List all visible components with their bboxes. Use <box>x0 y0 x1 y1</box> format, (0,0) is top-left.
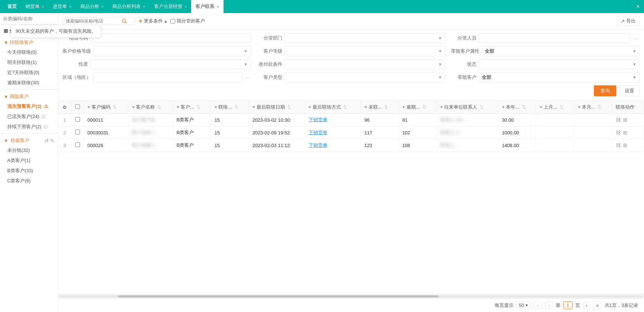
sidebar-item-overdue[interactable]: 逾期未联络(30) <box>0 78 58 88</box>
tab-purchase-close[interactable]: × <box>69 4 71 9</box>
col-overdue-sort[interactable]: ⇅ <box>422 104 426 110</box>
window-close-button[interactable]: × <box>635 2 641 11</box>
col-related-sort[interactable]: ⇅ <box>480 104 484 110</box>
row-1-grid-icon[interactable]: ⊞ <box>623 117 627 123</box>
filter-dept-select[interactable]: ▼ <box>285 33 446 43</box>
sidebar-group-pending[interactable]: ▼ 待联络客户 <box>0 37 58 47</box>
horizontal-scrollbar[interactable] <box>58 294 644 298</box>
row-2-check[interactable] <box>75 130 80 134</box>
row-2-link-icon[interactable]: ⛓ <box>616 130 621 135</box>
row-2-contact: 15 <box>211 126 249 139</box>
top-tab-bar: 首页 销货单 × 进货单 × 商品分析 × 商品分析列表 × 客户分层经营 × … <box>0 0 644 13</box>
sidebar-item-churn-warning[interactable]: 流失预警客户(3) ⚠ <box>0 101 58 112</box>
filter-icon: ▼ <box>138 19 143 24</box>
row-3-check[interactable] <box>75 142 80 147</box>
tab-customer-layer[interactable]: 客户分层经营 × <box>150 0 191 13</box>
filter-customer-type-select[interactable]: ▼ <box>285 72 446 82</box>
sidebar-item-churned[interactable]: 已流失客户(24) ⓘ <box>0 112 58 122</box>
value-arrow-icon: ▼ <box>4 138 8 143</box>
per-page-select[interactable]: 50 ▼ <box>516 301 531 309</box>
sidebar-item-class-c[interactable]: C类客户(6) <box>0 176 58 186</box>
sidebar-search-input[interactable] <box>3 16 58 21</box>
row-1-link-icon[interactable]: ⛓ <box>616 117 621 123</box>
filter-row-3: 性质 ▼ 收付款条件 ▼ 状态 <box>63 59 640 69</box>
filter-person-more[interactable]: ··· <box>633 36 640 41</box>
col-code-sort[interactable]: ⇅ <box>113 104 117 110</box>
filter-phone-input[interactable] <box>90 34 251 43</box>
filter-retail-customer-select[interactable]: 全部 ▼ <box>479 72 640 82</box>
filter-region-select[interactable] <box>93 72 242 82</box>
prev-page-button[interactable]: ‹ <box>545 301 552 309</box>
row-3-method-link[interactable]: 下销货单 <box>309 142 327 148</box>
tab-product-analysis-close[interactable]: × <box>101 4 104 9</box>
filter-payment-select[interactable]: ▼ <box>285 59 446 69</box>
row-1-method-link[interactable]: 下销货单 <box>309 117 327 122</box>
col-last-method-sort[interactable]: ⇅ <box>343 104 347 110</box>
value-edit-icon[interactable]: ✎ <box>50 138 54 143</box>
col-uncontacted-sort[interactable]: ⇅ <box>384 104 388 110</box>
scroll-thumb[interactable] <box>118 295 438 297</box>
sidebar-group-churn[interactable]: ▼ 风险客户 <box>0 91 58 101</box>
tab-sales-close[interactable]: × <box>42 4 44 9</box>
sidebar-item-tomorrow[interactable]: 明天待联络(1) <box>0 57 58 68</box>
sidebar-group-value[interactable]: ▼ 价值客户 ↺ ✎ <box>0 135 58 145</box>
tab-customer-contact[interactable]: 客户联系 × <box>191 0 223 13</box>
main-content: ▼ 更多条件 ▲ 我分管的客户 ↗ 导出 电话号码 <box>58 13 644 312</box>
sidebar-item-ungrouped[interactable]: 未分组(32) <box>0 145 58 155</box>
sidebar-item-declining[interactable]: 持续下滑客户(2) ⓘ <box>0 122 58 132</box>
table-row: 3 000026 客户名称三 B类客户 15 2023-02-03 11:12:… <box>58 139 644 152</box>
filter-status-select[interactable]: ▼ <box>479 59 640 69</box>
sidebar-divider-1 <box>0 89 58 90</box>
filter-customer-level-select[interactable]: ▼ <box>285 46 446 56</box>
value-group-label: 价值客户 <box>11 137 29 144</box>
tab-customer-layer-close[interactable]: × <box>185 4 187 9</box>
filter-person-select[interactable] <box>479 33 631 43</box>
more-conditions-button[interactable]: ▼ 更多条件 ▲ <box>138 18 168 24</box>
row-3-grid-icon[interactable]: ⊞ <box>623 142 627 148</box>
my-customers-check[interactable] <box>170 19 175 24</box>
toolbar-search-input[interactable] <box>66 19 120 24</box>
filter-price-level-select[interactable]: ▼ <box>93 46 251 56</box>
col-last-month-sort[interactable]: ⇅ <box>560 104 564 110</box>
col-this-month-sort[interactable]: ⇅ <box>597 104 601 110</box>
churn-tooltip: 90天未交易的客户，可能有流失风险。 <box>11 25 58 38</box>
sidebar-item-class-b[interactable]: B类客户(33) <box>0 166 58 176</box>
filter-nature-select[interactable]: ▼ <box>90 59 251 69</box>
row-2-grid-icon[interactable]: ⊞ <box>623 130 627 135</box>
tab-sales[interactable]: 销货单 × <box>21 0 48 13</box>
tab-product-list[interactable]: 商品分析列表 × <box>108 0 149 13</box>
sidebar-item-today[interactable]: 今天待联络(0) <box>0 47 58 57</box>
sidebar-item-7days[interactable]: 近7天待联络(0) <box>0 68 58 78</box>
col-settings[interactable]: ⚙ <box>58 101 71 114</box>
filter-status-chevron: ▼ <box>632 62 636 66</box>
value-refresh-icon[interactable]: ↺ <box>45 138 49 143</box>
tab-home[interactable]: 首页 <box>3 0 21 13</box>
row-2-method-link[interactable]: 下销货单 <box>309 130 327 135</box>
col-this-year-sort[interactable]: ⇅ <box>522 104 526 110</box>
export-button[interactable]: ↗ 导出 <box>617 16 640 26</box>
total-records-label: 共1页，3条记录 <box>605 302 638 309</box>
col-contact-sort[interactable]: ⇅ <box>234 104 238 110</box>
next-page-button[interactable]: › <box>583 301 590 309</box>
filter-payment-label: 收付款条件 <box>257 61 282 68</box>
tab-product-list-close[interactable]: × <box>143 4 145 9</box>
filter-region-more[interactable]: ··· <box>244 75 251 80</box>
col-type-sort[interactable]: ⇅ <box>196 104 200 110</box>
sidebar-item-class-a[interactable]: A类客户(1) <box>0 155 58 166</box>
query-button[interactable]: 查询 <box>594 85 616 96</box>
col-name-sort[interactable]: ⇅ <box>157 104 161 110</box>
row-1-check[interactable] <box>75 117 80 122</box>
settings-col-icon[interactable]: ⚙ <box>63 105 67 110</box>
first-page-button[interactable]: « <box>534 301 542 309</box>
select-all-checkbox[interactable] <box>75 104 80 109</box>
tab-purchase[interactable]: 进货单 × <box>48 0 76 13</box>
row-3-link-icon[interactable]: ⛓ <box>616 142 621 148</box>
filter-settings-button[interactable]: 设置 <box>619 85 640 96</box>
my-customers-checkbox[interactable]: 我分管的客户 <box>170 18 205 24</box>
filter-retail-attr-select[interactable]: 全部 ▼ <box>482 46 640 56</box>
row-3-this-month <box>574 139 612 152</box>
col-last-date-sort[interactable]: ⇅ <box>287 104 291 110</box>
last-page-button[interactable]: » <box>593 301 601 309</box>
tab-customer-contact-close[interactable]: × <box>217 4 219 9</box>
tab-product-analysis[interactable]: 商品分析 × <box>76 0 108 13</box>
